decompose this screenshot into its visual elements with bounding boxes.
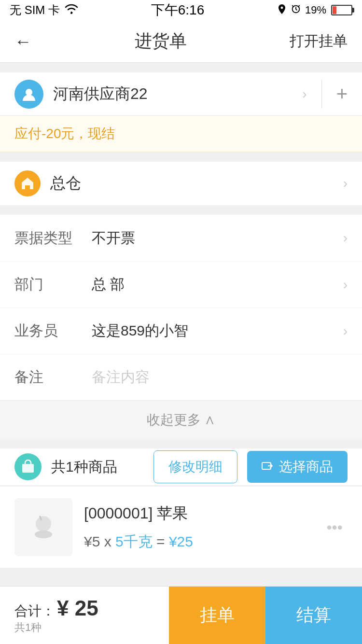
alarm-icon — [291, 3, 301, 17]
svg-rect-3 — [25, 185, 30, 189]
invoice-label: 票据类型 — [14, 228, 82, 248]
equals-sign: = — [153, 533, 169, 549]
warehouse-section: 总仓 › — [0, 162, 362, 205]
remark-input[interactable]: 备注内容 — [82, 367, 348, 387]
modify-detail-button[interactable]: 修改明细 — [153, 450, 237, 483]
status-time: 下午6:16 — [151, 1, 205, 19]
dept-chevron-icon: › — [343, 277, 348, 293]
section-divider-3 — [0, 205, 362, 215]
select-product-button[interactable]: 选择商品 — [247, 451, 348, 483]
sales-row[interactable]: 业务员 这是859的小智 › — [0, 308, 362, 354]
svg-point-0 — [70, 12, 72, 14]
subtotal-value: ¥25 — [169, 533, 193, 549]
back-button[interactable]: ← — [14, 31, 32, 52]
svg-rect-4 — [22, 464, 34, 473]
product-code: [0000001] — [84, 504, 157, 522]
supplier-vertical-divider — [321, 80, 322, 109]
product-title: 苹果 — [157, 504, 188, 522]
product-name: [0000001] 苹果 — [84, 503, 321, 524]
svg-point-2 — [26, 89, 32, 96]
svg-point-6 — [36, 516, 51, 532]
product-thumbnail — [14, 498, 72, 556]
collapse-text: 收起更多 ∧ — [147, 411, 216, 429]
section-divider-2 — [0, 152, 362, 162]
section-divider-1 — [0, 63, 362, 72]
total-amount: ¥ 25 — [57, 596, 98, 620]
checkout-button[interactable]: 结算 — [265, 587, 362, 644]
supplier-section: 河南供应商22 › + 应付-20元，现结 — [0, 72, 362, 152]
product-count-text: 共1种商品 — [51, 457, 153, 477]
product-item: [0000001] 苹果 ¥5 x 5千克 = ¥25 ••• — [0, 486, 362, 568]
invoice-row[interactable]: 票据类型 不开票 › — [0, 215, 362, 261]
warehouse-row[interactable]: 总仓 › — [0, 162, 362, 205]
product-info: [0000001] 苹果 ¥5 x 5千克 = ¥25 — [84, 503, 321, 552]
supplier-row[interactable]: 河南供应商22 › + — [0, 72, 362, 116]
payment-notice: 应付-20元，现结 — [0, 116, 362, 152]
sales-label: 业务员 — [14, 321, 82, 341]
dept-value: 总 部 — [82, 275, 343, 294]
location-icon — [277, 3, 287, 17]
unit-price: ¥5 x — [84, 533, 115, 549]
status-right: 19% — [277, 3, 352, 17]
invoice-chevron-icon: › — [343, 230, 348, 246]
invoice-value: 不开票 — [82, 228, 343, 248]
product-icon — [14, 453, 42, 480]
warehouse-name: 总仓 — [50, 173, 343, 194]
dept-row[interactable]: 部门 总 部 › — [0, 261, 362, 308]
hang-label: 挂单 — [200, 603, 235, 627]
sales-value: 这是859的小智 — [82, 321, 343, 341]
battery-icon — [331, 5, 352, 15]
battery-percent: 19% — [305, 4, 326, 16]
svg-point-7 — [35, 531, 52, 538]
remark-row[interactable]: 备注 备注内容 — [0, 354, 362, 400]
hang-button[interactable]: 挂单 — [169, 587, 265, 644]
warehouse-icon — [14, 170, 41, 196]
add-supplier-button[interactable]: + — [336, 83, 348, 105]
total-label: 合计： — [14, 602, 55, 620]
select-product-label: 选择商品 — [279, 458, 333, 476]
form-section: 票据类型 不开票 › 部门 总 部 › 业务员 这是859的小智 › 备注 备注… — [0, 215, 362, 400]
collapse-more-button[interactable]: 收起更多 ∧ — [0, 400, 362, 439]
nav-bar: ← 进货单 打开挂单 — [0, 20, 362, 63]
supplier-name: 河南供应商22 — [53, 84, 302, 105]
status-left: 无 SIM 卡 — [10, 2, 78, 18]
supplier-chevron-icon: › — [302, 86, 306, 102]
product-header: 共1种商品 修改明细 选择商品 — [0, 439, 362, 485]
dept-label: 部门 — [14, 275, 82, 294]
carrier-text: 无 SIM 卡 — [10, 2, 60, 18]
product-price-detail: ¥5 x 5千克 = ¥25 — [84, 532, 321, 552]
page-title: 进货单 — [135, 29, 187, 53]
total-count: 共1种 — [14, 620, 169, 635]
open-pending-button[interactable]: 打开挂单 — [290, 31, 348, 51]
checkout-label: 结算 — [296, 603, 331, 627]
remark-label: 备注 — [14, 367, 82, 387]
supplier-avatar — [14, 80, 43, 109]
warehouse-chevron-icon: › — [343, 176, 348, 191]
wifi-icon — [65, 3, 78, 17]
bottom-bar: 合计： ¥ 25 共1种 挂单 结算 — [0, 586, 362, 644]
product-more-button[interactable]: ••• — [321, 514, 348, 541]
sales-chevron-icon: › — [343, 323, 348, 339]
quantity-value: 5千克 — [115, 533, 153, 549]
total-section: 合计： ¥ 25 共1种 — [0, 587, 169, 644]
status-bar: 无 SIM 卡 下午6:16 19% — [0, 0, 362, 20]
